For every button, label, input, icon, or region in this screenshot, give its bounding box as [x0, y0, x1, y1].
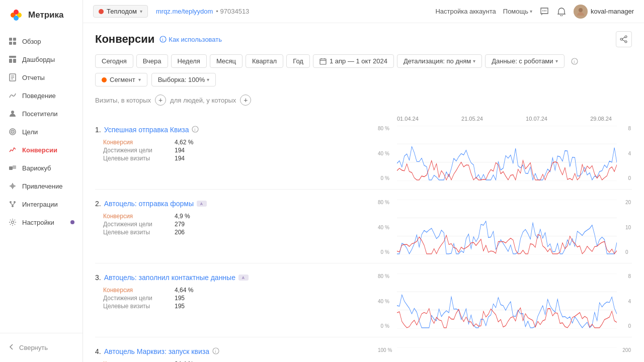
chat-icon[interactable] [539, 7, 549, 17]
data-dropdown[interactable]: Данные: с роботами ▾ [485, 54, 564, 68]
conversion-item: 3.Автоцель: заполнил контактные данныеAК… [95, 274, 632, 337]
logo-text: Метрика [28, 10, 64, 20]
svg-rect-0 [8, 7, 24, 23]
site-selector[interactable]: Теплодом ▾ [93, 5, 148, 18]
svg-point-25 [12, 205, 14, 207]
stat-label: Конверсия [103, 287, 169, 294]
site-url-text: mrqz.me/teplyydom [156, 8, 213, 15]
chart-line-blue [397, 221, 617, 254]
svg-point-4 [14, 16, 19, 21]
main-content: Теплодом ▾ mrqz.me/teplyydom • 97034513 … [83, 0, 644, 362]
filter-month[interactable]: Месяц [210, 54, 243, 68]
stat-value: 279 [175, 221, 185, 228]
stat-value: 194 [175, 147, 185, 154]
chart-y-labels-left: 80 %40 %0 % [378, 126, 389, 181]
chart-svg [397, 347, 617, 362]
sidebar-item-privlechenie[interactable]: Привлечение [0, 177, 83, 195]
conversion-title-row: 1.Успешная отправка Квизаi [95, 126, 367, 134]
how-to-use-link[interactable]: i Как использовать [159, 36, 222, 43]
notifications-icon[interactable] [556, 7, 567, 17]
variocube-icon [8, 163, 17, 172]
sidebar-item-posetiteli[interactable]: Посетители [0, 105, 83, 123]
conversion-chart: 80 %40 %0 %20100 [397, 200, 617, 255]
conversion-info: 4.Автоцель Марквиз: запуск квизаiКонверс… [95, 347, 377, 362]
account-settings-link[interactable]: Настройка аккаунта [435, 8, 496, 15]
chart-y-labels-right: 2001000 [622, 347, 631, 362]
svg-point-3 [14, 10, 19, 15]
svg-point-29 [542, 10, 543, 11]
stat-value: 206 [175, 229, 185, 236]
page-header: Конверсии i Как использовать [95, 31, 632, 47]
stat-label: Достижения цели [103, 221, 169, 228]
share-button[interactable] [616, 31, 632, 47]
date-range-selector[interactable]: 1 апр — 1 окт 2024 [313, 54, 394, 68]
conversion-info-icon[interactable]: i [212, 347, 219, 355]
conversion-name[interactable]: Автоцель: отправка формы [104, 200, 194, 208]
conversion-stat-row: Достижения цели194 [103, 147, 367, 154]
stat-label: Достижения цели [103, 147, 169, 154]
data-chevron-icon: ▾ [555, 58, 558, 64]
conversion-stat-row: Конверсия4,9 % [103, 213, 367, 220]
sidebar-item-variokub[interactable]: Вариокуб [0, 159, 83, 177]
sidebar-item-label: Посетители [22, 110, 58, 118]
filter-conditions: Визиты, в которых + для людей, у которых… [95, 95, 632, 106]
svg-point-24 [14, 201, 16, 203]
svg-text:A: A [242, 276, 245, 280]
help-dropdown[interactable]: Помощь ▾ [503, 8, 532, 15]
conversion-stats: Конверсия4,9 %Достижения цели279Целевые … [95, 213, 367, 236]
x-label-4: 29.08.24 [590, 116, 612, 122]
conversion-title-row: 2.Автоцель: отправка формыA [95, 200, 367, 208]
sidebar-item-nastroyki[interactable]: Настройки [0, 213, 83, 231]
chart-y-labels-left: 80 %40 %0 % [378, 200, 389, 255]
sidebar-item-povedenie[interactable]: Поведение [0, 86, 83, 105]
counter-id: • 97034513 [216, 8, 249, 15]
data-info-icon[interactable]: i [570, 56, 580, 66]
sidebar-item-dashbordy[interactable]: Дашборды [0, 50, 83, 68]
visits-label: Визиты, в которых [95, 97, 151, 104]
conversion-info-icon[interactable]: i [192, 126, 199, 134]
data-label: Данные: с роботами [492, 57, 553, 65]
filter-quarter[interactable]: Квартал [246, 54, 283, 68]
add-people-condition-btn[interactable]: + [240, 95, 251, 106]
svg-point-30 [544, 10, 545, 11]
sidebar-item-tseli[interactable]: Цели [0, 123, 83, 141]
user-menu[interactable]: koval-manager [574, 5, 634, 19]
filter-today[interactable]: Сегодня [95, 54, 133, 68]
settings-dot-badge [70, 220, 74, 224]
add-visits-condition-btn[interactable]: + [155, 95, 166, 106]
sidebar-item-otchety[interactable]: Отчеты [0, 68, 83, 86]
sample-label: Выборка: 100% [158, 76, 205, 83]
topbar-left: Теплодом ▾ mrqz.me/teplyydom • 97034513 [93, 5, 249, 18]
conversion-item: 2.Автоцель: отправка формыAКонверсия4,9 … [95, 200, 632, 263]
detail-dropdown[interactable]: Детализация: по дням ▾ [397, 54, 482, 68]
sidebar-item-integratsii[interactable]: Интеграции [0, 195, 83, 213]
user-name: koval-manager [591, 8, 634, 15]
conversion-name[interactable]: Автоцель Марквиз: запуск квиза [104, 347, 209, 355]
conversion-chart: 100 %50 %0 %2001000 [397, 347, 617, 362]
conversion-name[interactable]: Автоцель: заполнил контактные данные [104, 274, 235, 282]
conversion-name[interactable]: Успешная отправка Квиза [104, 126, 189, 134]
sidebar-item-obzor[interactable]: Обзор [0, 32, 83, 50]
sidebar-item-konversii[interactable]: Конверсии [0, 141, 83, 159]
help-label: Помощь [503, 8, 528, 15]
sidebar-item-label: Отчеты [22, 74, 45, 81]
collapse-btn[interactable]: Свернуть [8, 339, 74, 356]
conversion-auto-badge: A [197, 201, 207, 207]
conversion-stat-row: Достижения цели195 [103, 295, 367, 302]
segment-selector[interactable]: Сегмент ▾ [95, 73, 147, 86]
conversion-stat-row: Достижения цели279 [103, 221, 367, 228]
stat-label: Целевые визиты [103, 229, 169, 236]
filter-week[interactable]: Неделя [171, 54, 207, 68]
topbar: Теплодом ▾ mrqz.me/teplyydom • 97034513 … [83, 0, 644, 23]
chart-svg [397, 274, 617, 329]
sample-selector[interactable]: Выборка: 100% ▾ [151, 73, 216, 86]
how-to-use-label: Как использовать [169, 36, 222, 43]
svg-rect-9 [9, 56, 16, 58]
conversion-info: 1.Успешная отправка КвизаiКонверсия4,62 … [95, 126, 377, 181]
sidebar-item-label: Обзор [22, 38, 41, 45]
filter-yesterday[interactable]: Вчера [136, 54, 168, 68]
filter-year[interactable]: Год [286, 54, 310, 68]
svg-line-27 [13, 203, 15, 205]
svg-rect-6 [13, 38, 16, 41]
segment-chevron-icon: ▾ [138, 77, 141, 82]
